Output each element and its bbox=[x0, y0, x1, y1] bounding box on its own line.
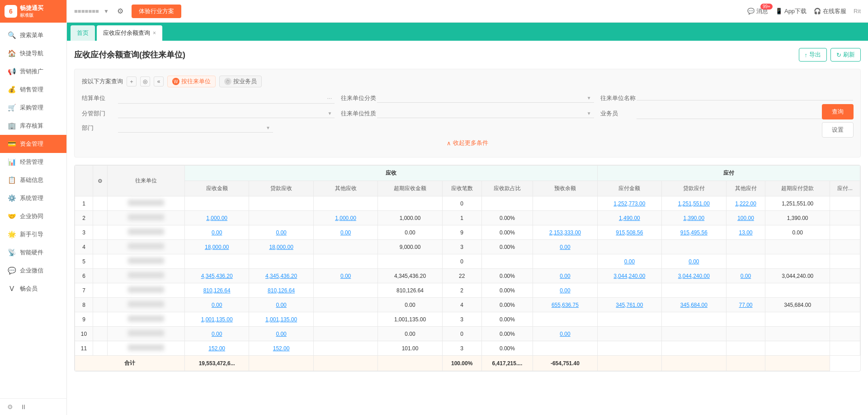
filter-salesman: 业务员 ··· bbox=[600, 108, 853, 119]
sidebar-item-quick-nav[interactable]: 🏠快捷导航 bbox=[0, 44, 66, 62]
app-label: App下载 bbox=[784, 7, 807, 15]
sidebar-icon-system: ⚙️ bbox=[7, 194, 16, 203]
table-row: 11 152.00 152.00 101.00 3 0.00% bbox=[75, 341, 860, 356]
filter-unit-nature: 往来单位性质 ▼ bbox=[341, 109, 594, 118]
col-ar-overdue: 超期应收金额 bbox=[378, 181, 442, 196]
sidebar-item-member[interactable]: Ⅴ畅会员 bbox=[0, 280, 66, 298]
sidebar-label-inventory: 库存核算 bbox=[20, 122, 43, 130]
tab-label-ar-ap: 应收应付余额查询 bbox=[103, 29, 150, 37]
sidebar-item-sales[interactable]: 💰销售管理 bbox=[0, 81, 66, 99]
table-wrap: ⚙ 往来单位 应收 应付 应收金额 贷款应收 其他应收 超期应收金额 应收笔数 … bbox=[74, 165, 861, 372]
dept-mgr-input[interactable]: ▼ bbox=[118, 109, 335, 118]
export-btn[interactable]: ↑ 导出 bbox=[799, 48, 827, 62]
unit-name-label: 往来单位名称 bbox=[600, 94, 637, 102]
scheme-by-unit-label: 按往来单位 bbox=[181, 77, 211, 86]
sidebar-item-newbie[interactable]: 🌟新手引导 bbox=[0, 225, 66, 243]
topbar-msg-btn[interactable]: 💬 消息 99+ bbox=[747, 7, 768, 15]
sidebar-label-finance: 资金管理 bbox=[20, 140, 43, 148]
query-btn[interactable]: 查询 bbox=[822, 104, 854, 119]
sidebar-item-operation[interactable]: 📊经营管理 bbox=[0, 153, 66, 171]
topbar-service-btn[interactable]: 🎧 在线客服 bbox=[814, 7, 846, 15]
sidebar-item-system[interactable]: ⚙️系统管理 bbox=[0, 189, 66, 207]
topbar-gear-icon[interactable]: ⚙ bbox=[113, 5, 127, 18]
topbar-right: 💬 消息 99+ 📱 App下载 🎧 在线客服 Rit bbox=[747, 7, 861, 15]
unit-name-input[interactable] bbox=[637, 96, 853, 100]
tab-home[interactable]: 首页 bbox=[71, 25, 95, 41]
topbar-dropdown[interactable]: ▼ bbox=[104, 8, 109, 14]
tab-ar-ap[interactable]: 应收应付余额查询× bbox=[97, 25, 162, 41]
sidebar-item-finance[interactable]: 💳资金管理 bbox=[0, 135, 66, 153]
back-scheme-btn[interactable]: « bbox=[154, 76, 164, 86]
sidebar-icon-collab: 🤝 bbox=[7, 212, 16, 221]
edit-scheme-btn[interactable]: ◎ bbox=[140, 76, 150, 86]
msg-badge: 99+ bbox=[760, 4, 773, 10]
filter-unit-category: 往来单位分类 ▼ bbox=[341, 94, 594, 103]
salesman-input[interactable]: ··· bbox=[637, 108, 853, 119]
sidebar-settings-btn[interactable]: ⚙ bbox=[7, 403, 13, 410]
sidebar-item-hardware[interactable]: 📡智能硬件 bbox=[0, 243, 66, 262]
page-header: 应收应付余额查询(按往来单位) ↑ 导出 ↻ 刷新 bbox=[74, 48, 861, 62]
col-settings[interactable]: ⚙ bbox=[93, 166, 108, 196]
setting-btn[interactable]: 设置 bbox=[822, 122, 854, 138]
sidebar-item-wechat[interactable]: 💬企业微信 bbox=[0, 262, 66, 280]
col-ar-amount: 应收金额 bbox=[184, 181, 249, 196]
add-scheme-btn[interactable]: ＋ bbox=[127, 76, 137, 86]
page-title: 应收应付余额查询(按往来单位) bbox=[74, 49, 185, 60]
dept-label: 部门 bbox=[82, 124, 118, 132]
footer-ar-ratio: 100.00% bbox=[442, 356, 481, 371]
solution-btn[interactable]: 体验行业方案 bbox=[132, 5, 181, 18]
sidebar-label-sales: 销售管理 bbox=[20, 86, 43, 94]
table-row: 3 0.00 0.00 0.00 0.00 9 0.00% 2,153,333.… bbox=[75, 225, 860, 240]
unit-category-label: 往来单位分类 bbox=[341, 94, 377, 102]
table-row: 7 810,126.64 810,126.64 810,126.64 2 0.0… bbox=[75, 283, 860, 298]
topbar-app-btn[interactable]: 📱 App下载 bbox=[775, 7, 807, 15]
tab-close-ar-ap[interactable]: × bbox=[153, 30, 156, 36]
footer-ar-total: 19,553,472,6... bbox=[184, 356, 249, 371]
scheme-by-unit[interactable]: W 按往来单位 bbox=[167, 76, 216, 87]
msg-icon: 💬 bbox=[747, 8, 755, 14]
dept-mgr-label: 分管部门 bbox=[82, 110, 118, 118]
sidebar: 6 畅捷通买 标准版 🔍搜索菜单🏠快捷导航📢营销推广💰销售管理🛒采购管理🏢库存核… bbox=[0, 0, 67, 415]
scheme-by-salesman-label: 按业务员 bbox=[233, 77, 257, 86]
sidebar-item-collab[interactable]: 🤝企业协同 bbox=[0, 207, 66, 225]
refresh-btn[interactable]: ↻ 刷新 bbox=[830, 48, 861, 62]
settlement-unit-input[interactable]: ··· bbox=[118, 93, 335, 104]
filter-dept: 部门 ▼ bbox=[82, 124, 273, 133]
unit-nature-input[interactable]: ▼ bbox=[377, 109, 594, 118]
page-actions: ↑ 导出 ↻ 刷新 bbox=[799, 48, 861, 62]
sidebar-item-purchase[interactable]: 🛒采购管理 bbox=[0, 99, 66, 117]
sidebar-item-marketing[interactable]: 📢营销推广 bbox=[0, 62, 66, 81]
sidebar-item-basic[interactable]: 📋基础信息 bbox=[0, 171, 66, 189]
sidebar-label-search-menu: 搜索菜单 bbox=[20, 31, 43, 39]
collapse-arrow-icon: ∧ bbox=[447, 140, 451, 147]
sidebar-item-search-menu[interactable]: 🔍搜索菜单 bbox=[0, 26, 66, 44]
scheme-by-salesman[interactable]: ⏱ 按业务员 bbox=[219, 76, 262, 87]
sidebar-icon-newbie: 🌟 bbox=[7, 230, 16, 239]
main-content: 应收应付余额查询(按往来单位) ↑ 导出 ↻ 刷新 按以下方案查询 ＋ ◎ « bbox=[67, 41, 868, 415]
settlement-unit-label: 结算单位 bbox=[82, 94, 118, 102]
salesman-label: 业务员 bbox=[600, 110, 637, 118]
col-ap-loan: 贷款应付 bbox=[662, 181, 726, 196]
table-settings-icon[interactable]: ⚙ bbox=[98, 178, 103, 184]
collapse-more-btn[interactable]: ∧ 收起更多条件 bbox=[82, 135, 853, 151]
unit-category-input[interactable]: ▼ bbox=[377, 94, 594, 103]
sidebar-item-inventory[interactable]: 🏢库存核算 bbox=[0, 117, 66, 135]
sidebar-icon-finance: 💳 bbox=[7, 139, 16, 148]
app-logo: 6 畅捷通买 标准版 bbox=[0, 0, 66, 23]
tabbar: 首页应收应付余额查询× bbox=[67, 23, 868, 41]
col-ar-ratio: 应收款占比 bbox=[481, 181, 533, 196]
table-row: 1 0 1,252,773.00 1,251,551.00 1,222.00 1… bbox=[75, 196, 860, 211]
sidebar-icon-basic: 📋 bbox=[7, 176, 16, 185]
page-container: 应收应付余额查询(按往来单位) ↑ 导出 ↻ 刷新 按以下方案查询 ＋ ◎ « bbox=[67, 41, 868, 415]
sidebar-label-quick-nav: 快捷导航 bbox=[20, 49, 43, 57]
sidebar-collapse-btn[interactable]: ⏸ bbox=[20, 403, 27, 410]
dept-input[interactable]: ▼ bbox=[118, 124, 273, 133]
collapse-more-label: 收起更多条件 bbox=[453, 139, 488, 147]
tab-label-home: 首页 bbox=[77, 29, 89, 37]
sidebar-label-operation: 经营管理 bbox=[20, 158, 43, 166]
topbar-breadcrumb: ■■■■■■■ bbox=[74, 8, 99, 14]
filter-unit-name: 往来单位名称 bbox=[600, 94, 853, 102]
unit-category-arrow: ▼ bbox=[587, 95, 591, 100]
filter-dept-mgr: 分管部门 ▼ bbox=[82, 109, 335, 118]
sidebar-label-member: 畅会员 bbox=[20, 285, 38, 293]
